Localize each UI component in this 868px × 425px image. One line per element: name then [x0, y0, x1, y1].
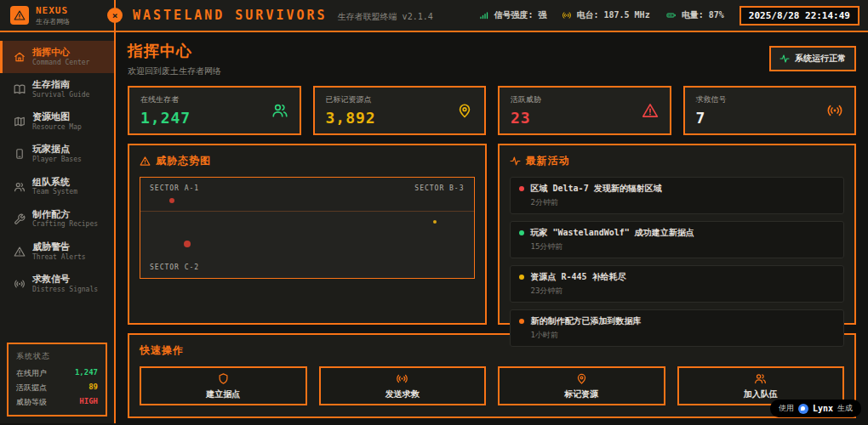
lynx-badge[interactable]: 使用 Lynx 生成: [770, 400, 861, 417]
sidebar-item-player-bases[interactable]: 玩家据点Player Bases: [0, 138, 114, 170]
sidebar-item-distress-signals[interactable]: 求救信号Distress Signals: [0, 268, 114, 300]
close-button[interactable]: ×: [107, 8, 123, 23]
sidebar-item-survival-guide[interactable]: 生存指南Survival Guide: [0, 73, 114, 105]
activity-item: 资源点 R-445 补给耗尽23分钟前: [510, 265, 845, 303]
nexus-logo-icon: [10, 6, 29, 25]
users-icon: [14, 181, 26, 193]
sidebar-item-command-center[interactable]: 指挥中心Command Center: [0, 41, 114, 73]
brand: NEXUS 生存者网络: [0, 0, 116, 31]
signal-strength-status: 信号强度: 强: [479, 9, 546, 21]
stat-card-marked-resources: 已标记资源点3,892: [313, 86, 487, 135]
users-icon: [754, 372, 767, 385]
activity-title: 最新活动: [526, 154, 570, 168]
sidebar: 指挥中心Command Center 生存指南Survival Guide 资源…: [0, 32, 116, 423]
lynx-badge-suffix: 生成: [837, 403, 853, 414]
map-icon: [14, 116, 26, 128]
warning-triangle-icon: [642, 102, 659, 119]
battery-status: 电量: 87%: [665, 9, 724, 21]
sector-label-c2: SECTOR C-2: [150, 264, 199, 271]
threat-dot: [433, 220, 437, 224]
topbar: NEXUS 生存者网络 × WASTELAND SURVIVORS 生存者联盟终…: [0, 0, 868, 32]
activity-dot: [519, 319, 524, 324]
radio-broadcast-icon: [562, 10, 572, 20]
sidebar-item-threat-alerts[interactable]: 威胁警告Threat Alerts: [0, 235, 114, 268]
app-version: 生存者联盟终端 v2.1.4: [338, 11, 433, 23]
activity-panel: 最新活动 区域 Delta-7 发现新的辐射区域2分钟前 玩家 "Wastela…: [498, 144, 857, 325]
activity-item: 玩家 "WastelandWolf" 成功建立新据点15分钟前: [510, 221, 845, 258]
pulse-icon: [779, 54, 790, 64]
stat-card-active-threats: 活跃威胁23: [498, 86, 671, 135]
system-ok-button[interactable]: 系统运行正常: [769, 46, 856, 71]
pulse-icon: [510, 156, 521, 167]
activity-item: 区域 Delta-7 发现新的辐射区域2分钟前: [510, 177, 845, 214]
house-icon: [14, 51, 26, 63]
send-distress-button[interactable]: 发送求救: [319, 366, 487, 405]
establish-base-button[interactable]: 建立据点: [140, 366, 307, 405]
battery-icon: [665, 10, 677, 20]
stat-card-online-survivors: 在线生存者1,247: [128, 86, 301, 135]
sidebar-item-resource-map[interactable]: 资源地图Resource Map: [0, 105, 114, 138]
page-title: 指挥中心: [128, 41, 221, 61]
sector-label-b3: SECTOR B-3: [414, 184, 464, 192]
stat-card-distress-signals: 求救信号7: [683, 86, 857, 135]
lynx-brand-name: Lynx: [813, 404, 833, 413]
app-title: WASTELAND SURVIVORS: [133, 8, 328, 23]
activity-dot: [519, 230, 524, 235]
topbar-status-group: 信号强度: 强 电台: 187.5 MHz 电量: 87% 2025/8/28 …: [479, 6, 868, 26]
system-status-row: 在线用户1,247: [16, 368, 98, 379]
brand-name: NEXUS: [36, 5, 70, 16]
sidebar-item-crafting-recipes[interactable]: 制作配方Crafting Recipes: [0, 203, 114, 235]
activity-dot: [519, 275, 524, 280]
radio-frequency-status: 电台: 187.5 MHz: [562, 9, 649, 21]
warning-triangle-icon: [140, 156, 151, 167]
map-pin-icon: [456, 102, 473, 119]
sidebar-item-team-system[interactable]: 组队系统Team System: [0, 171, 114, 203]
timestamp: 2025/8/28 22:14:49: [740, 6, 859, 26]
broadcast-icon: [396, 372, 408, 385]
broadcast-icon: [14, 278, 26, 290]
brand-subtitle: 生存者网络: [36, 17, 70, 26]
signal-bars-icon: [479, 10, 489, 20]
main-content: 指挥中心 欢迎回到废土生存者网络 系统运行正常 在线生存者1,247 已标记资源…: [116, 32, 868, 423]
users-icon: [271, 102, 288, 119]
book-icon: [14, 83, 26, 95]
mark-resource-button[interactable]: 标记资源: [498, 366, 665, 405]
wrench-icon: [14, 213, 26, 225]
map-pin-icon: [575, 372, 588, 385]
page-subtitle: 欢迎回到废土生存者网络: [128, 65, 221, 77]
system-status-row: 活跃据点89: [16, 382, 98, 394]
system-status-row: 威胁等级HIGH: [16, 397, 98, 408]
sector-label-a1: SECTOR A-1: [150, 184, 199, 192]
shield-icon: [217, 372, 230, 385]
stats-row: 在线生存者1,247 已标记资源点3,892 活跃威胁23 求救信号7: [128, 86, 856, 135]
quick-actions-title: 快速操作: [140, 343, 184, 358]
system-status-title: 系统状态: [16, 351, 98, 362]
threat-dot: [169, 198, 174, 203]
activity-item: 新的制作配方已添加到数据库1小时前: [510, 309, 845, 347]
threat-map-title: 威胁态势图: [156, 154, 211, 168]
app-title-group: WASTELAND SURVIVORS 生存者联盟终端 v2.1.4: [133, 8, 433, 23]
threat-map-panel: 威胁态势图 SECTOR A-1 SECTOR B-3 SECTOR C-2: [128, 144, 487, 325]
system-status-panel: 系统状态 在线用户1,247 活跃据点89 威胁等级HIGH: [7, 343, 107, 416]
lynx-logo-icon: [798, 404, 808, 414]
lynx-badge-prefix: 使用: [779, 403, 794, 414]
broadcast-icon: [826, 102, 843, 119]
threat-map: SECTOR A-1 SECTOR B-3 SECTOR C-2: [140, 177, 475, 279]
base-icon: [14, 148, 26, 160]
activity-dot: [519, 186, 524, 191]
warning-triangle-icon: [14, 246, 26, 258]
map-sector-divider: [140, 178, 474, 212]
threat-dot: [184, 241, 191, 247]
app-window: NEXUS 生存者网络 × WASTELAND SURVIVORS 生存者联盟终…: [0, 0, 868, 425]
